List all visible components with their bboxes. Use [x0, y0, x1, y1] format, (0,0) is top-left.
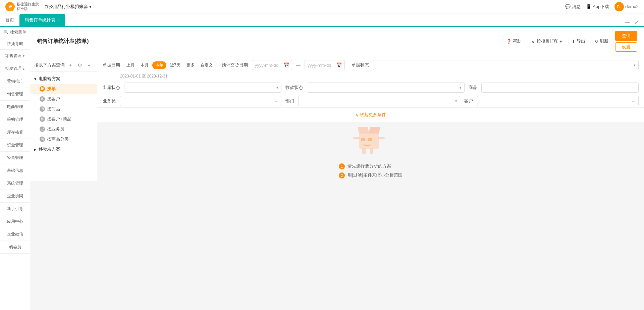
export-button[interactable]: ⬇ 导出: [569, 37, 588, 46]
customer-input[interactable]: ···: [477, 96, 639, 106]
scheme-item-by-salesman[interactable]: 业 按业务员: [30, 124, 97, 134]
scheme-item-by-goods-category[interactable]: 商 按商品分类: [30, 134, 97, 144]
customer-more-icon: ···: [632, 98, 636, 104]
shortcut-custom[interactable]: 自定义: [198, 61, 215, 69]
sidebar-item-wechat[interactable]: 企业微信: [0, 228, 30, 241]
sidebar-item-operations[interactable]: 经营管理: [0, 152, 30, 164]
tab-close-icon[interactable]: ×: [57, 18, 60, 22]
sidebar-item-guide[interactable]: 新手引导: [0, 203, 30, 215]
pay-status-chevron: ▾: [460, 86, 462, 90]
dept-dropdown[interactable]: ▾: [298, 96, 460, 106]
calendar-end-icon: 📅: [336, 62, 342, 68]
sidebar-item-finance[interactable]: 资金管理: [0, 139, 30, 152]
sidebar-item-retail[interactable]: 零售管理 ▾: [0, 50, 30, 62]
svg-rect-8: [370, 148, 373, 154]
settings-scheme-icon[interactable]: ⚙: [76, 61, 84, 69]
query-button[interactable]: 查询: [615, 31, 637, 41]
svg-rect-3: [361, 138, 365, 141]
sidebar-item-appstore[interactable]: 应用中心: [0, 215, 30, 228]
shortcut-this-month[interactable]: 本月: [138, 61, 151, 69]
tab-minimize-icon[interactable]: —: [624, 19, 631, 25]
app-download-button[interactable]: 📱 App下载: [586, 4, 609, 10]
pc-scheme-parent[interactable]: ▾ 电脑端方案: [30, 74, 97, 84]
svg-marker-2: [369, 127, 380, 134]
status-chevron-icon: ▾: [634, 63, 636, 67]
top-bar: 好 畅捷通好生意 标准版 办公用品行业模拟账套 ▾ 💬 消息 📱 App下载 E…: [0, 0, 644, 13]
scheme-item-by-customer[interactable]: 客 按客户: [30, 94, 97, 104]
pay-status-dropdown[interactable]: ▾: [307, 83, 464, 93]
svg-rect-7: [362, 148, 366, 154]
scheme-icon-category: 商: [40, 137, 45, 142]
sidebar-item-member[interactable]: 畅会员: [0, 241, 30, 254]
sidebar-item-system[interactable]: 系统管理: [0, 177, 30, 190]
empty-steps: 1 请先选择要分析的方案 2 用[过滤]条件来缩小分析范围: [339, 163, 402, 181]
logo-text: 畅捷通好生意 标准版: [17, 2, 39, 11]
message-button[interactable]: 💬 消息: [565, 4, 581, 10]
mobile-scheme-parent[interactable]: ▸ 移动端方案: [30, 144, 97, 154]
svg-marker-1: [358, 127, 369, 134]
goods-input[interactable]: ···: [481, 83, 639, 93]
salesman-input[interactable]: ···: [120, 96, 281, 106]
main-content-area: 1 请先选择要分析的方案 2 用[过滤]条件来缩小分析范围: [97, 122, 644, 181]
filter-row-3: 业务员 ··· 部门 ▾ 客户 ···: [97, 96, 644, 106]
sidebar-search-button[interactable]: 🔍 搜索菜单: [3, 30, 27, 35]
empty-illustration: [339, 122, 402, 156]
shortcut-this-year[interactable]: 本年: [152, 61, 166, 69]
shortcut-7days[interactable]: 近7天: [168, 61, 183, 69]
logo-area: 好 畅捷通好生意 标准版: [5, 2, 39, 11]
shortcut-last-month[interactable]: 上月: [124, 61, 137, 69]
user-menu[interactable]: Ea demo2: [614, 2, 639, 11]
shortcut-more[interactable]: 更多: [184, 61, 197, 69]
goods-more-icon: ···: [632, 85, 636, 90]
tab-sales-order-stats[interactable]: 销售订单统计表 ×: [19, 14, 65, 26]
print-button[interactable]: 🖨 按模板打印 ▾: [528, 37, 565, 46]
expected-date-end-text: yyyy-mm-dd: [308, 63, 335, 68]
help-button[interactable]: ❓ 帮助: [503, 37, 524, 46]
refresh-button[interactable]: ↻ 刷新: [592, 37, 611, 46]
scheme-icon-order: 按: [40, 86, 45, 92]
scheme-item-by-goods[interactable]: 商 按商品: [30, 104, 97, 114]
refresh-icon: ↻: [595, 39, 598, 44]
pc-scheme-section: ▾ 电脑端方案 按 按单 客 按客户 商 按商品: [30, 72, 97, 156]
sidebar-item-purchase[interactable]: 采购管理: [0, 113, 30, 126]
tab-maximize-icon[interactable]: ⤢: [633, 19, 640, 25]
tab-bar-actions: — ⤢: [624, 19, 644, 26]
status-dropdown[interactable]: ▾: [373, 60, 639, 70]
scheme-icon-salesman: 业: [40, 126, 45, 132]
sidebar-item-marketing[interactable]: 营销推广: [0, 75, 30, 88]
left-panel-header: 按以下方案查询 + ⚙ «: [30, 59, 97, 72]
retail-arrow-icon: ▾: [23, 54, 24, 58]
sidebar-item-wholesale[interactable]: 批发管理 ▴: [0, 62, 30, 75]
collapse-button[interactable]: ∧ 收起更多条件: [353, 110, 388, 120]
svg-rect-5: [353, 137, 360, 139]
collapse-panel-icon[interactable]: «: [86, 61, 93, 69]
scheme-item-by-customer-goods[interactable]: 客 按客户+商品: [30, 114, 97, 124]
sidebar-item-ecommerce[interactable]: 电商管理: [0, 101, 30, 113]
message-icon: 💬: [565, 4, 571, 9]
app-selector[interactable]: 办公用品行业模拟账套 ▾: [42, 2, 94, 11]
sidebar-item-basic-info[interactable]: 基础信息: [0, 164, 30, 177]
expected-date-end-input[interactable]: yyyy-mm-dd 📅: [305, 60, 345, 70]
expected-date-start-input[interactable]: yyyy-mm-dd 📅: [252, 60, 292, 70]
step-1-num: 1: [339, 163, 345, 169]
chevron-down-icon: ▾: [89, 4, 92, 9]
tab-home[interactable]: 首页: [0, 14, 19, 26]
empty-state: 1 请先选择要分析的方案 2 用[过滤]条件来缩小分析范围: [339, 122, 402, 181]
dept-chevron: ▾: [455, 99, 457, 103]
add-scheme-icon[interactable]: +: [67, 61, 74, 69]
sidebar-item-enterprise[interactable]: 企业协同: [0, 190, 30, 203]
scheme-icon-goods: 商: [40, 106, 45, 112]
left-panel-title: 按以下方案查询: [34, 62, 65, 68]
ship-status-dropdown[interactable]: ▾: [124, 83, 281, 93]
date-range-display: 2023-01-01 至 2023-12-31: [120, 74, 167, 79]
settings-button[interactable]: 设置: [615, 42, 637, 52]
help-icon: ❓: [506, 39, 512, 44]
mobile-expand-icon: ▸: [34, 147, 37, 152]
sidebar-item-sales[interactable]: 销售管理: [0, 88, 30, 101]
status-label: 单据状态: [352, 62, 369, 68]
page-body: 按以下方案查询 + ⚙ « ▾ 电脑端方案 按 按单 客: [30, 56, 644, 181]
scheme-item-by-order[interactable]: 按 按单: [30, 84, 97, 94]
salesman-more-icon: ···: [275, 98, 279, 104]
sidebar-item-quicknav[interactable]: 快捷导航: [0, 38, 30, 50]
sidebar-item-inventory[interactable]: 库存核算: [0, 126, 30, 139]
